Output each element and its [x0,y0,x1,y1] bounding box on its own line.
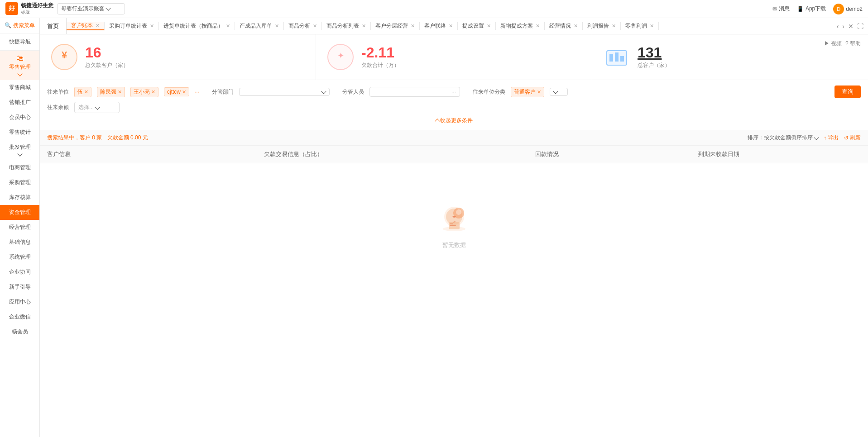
marketing-label: 营销推广 [9,99,31,106]
help-btn[interactable]: ? 帮助 [845,40,861,48]
dept-select[interactable] [239,88,330,96]
filter-tag-wang-close[interactable]: ✕ [151,89,155,95]
sidebar-item-wholesale[interactable]: 批发管理 [0,140,39,160]
sidebar-quick-nav[interactable]: 快捷导航 [0,33,39,51]
tab-close-3[interactable]: ✕ [275,23,279,29]
filter-tag-normal-close[interactable]: ✕ [537,89,541,95]
collapse-button[interactable]: 收起更多条件 [436,117,473,124]
filter-tag-cjttcw-close[interactable]: ✕ [182,89,186,95]
tab-close-4[interactable]: ✕ [313,23,317,29]
sidebar-item-member[interactable]: 会员中心 [0,110,39,125]
tab-prev-btn[interactable]: ‹ [836,22,840,31]
tab-product-analysis-list[interactable]: 商品分析列表 ✕ [322,22,371,30]
export-button[interactable]: ↑ 导出 [824,134,839,142]
tab-fullscreen-btn[interactable]: ⛶ [856,22,864,31]
filter-more-tags[interactable]: ··· [195,89,199,95]
messages-btn[interactable]: ✉ 消息 [772,5,790,13]
person-filter-label: 分管人员 [342,88,364,96]
tab-commission-settings[interactable]: 提成设置 ✕ [458,22,496,30]
sidebar-item-newbie[interactable]: 新手引导 [0,280,39,294]
sidebar-item-stock[interactable]: 库存核算 [0,190,39,205]
sidebar-item-marketing[interactable]: 营销推广 [0,95,39,110]
balance-filter-label: 往来余额 [47,104,69,111]
sidebar-item-system[interactable]: 系统管理 [0,250,39,265]
app-download-btn[interactable]: 📱 App下载 [797,5,826,13]
refresh-button[interactable]: ↺ 刷新 [844,134,861,142]
user-menu[interactable]: D demo2 [833,4,863,14]
sidebar-item-finance[interactable]: 资金管理 [0,205,39,220]
purchase-label: 采购管理 [9,179,31,186]
tab-label-5: 商品分析列表 [326,22,359,30]
tab-close-8[interactable]: ✕ [487,23,491,29]
sidebar-item-member2[interactable]: 畅会员 [0,324,39,339]
result-summary: 搜索结果中，客户 0 家 欠款金额 0.00 元 [47,134,148,142]
tab-business[interactable]: 经营情况 ✕ [545,22,583,30]
tab-close-5[interactable]: ✕ [362,23,366,29]
video-btn[interactable]: ▶ 视频 [824,40,842,48]
retail-label: 零售管理 [9,63,31,71]
svg-rect-6 [615,52,619,62]
tab-close-0[interactable]: ✕ [96,23,100,28]
tab-customer-contact[interactable]: 客户联络 ✕ [420,22,458,30]
sidebar-search[interactable]: 🔍 搜索菜单 [0,18,39,33]
tab-new-commission[interactable]: 新增提成方案 ✕ [496,22,545,30]
tab-home[interactable]: 首页 [40,18,67,34]
avatar: D [833,4,844,14]
sort-selector[interactable]: 排序：按欠款金额倒序排序 [748,134,818,142]
tab-profit-report[interactable]: 利润报告 ✕ [583,22,621,30]
filter-tag-chen-close[interactable]: ✕ [118,89,122,95]
top-bar: 好 畅捷通好生意 标版 母婴行业演示账套 ✉ 消息 📱 App下载 D demo… [0,0,868,18]
stat-label-2: 欠款合计（万） [361,62,399,69]
tab-close-12[interactable]: ✕ [650,23,654,29]
message-icon: ✉ [772,6,777,12]
unit-type-select[interactable] [550,88,568,96]
quick-nav-label: 快捷导航 [9,38,31,45]
tab-close-10[interactable]: ✕ [574,23,578,29]
tab-purchase-order[interactable]: 采购订单统计表 ✕ [105,22,159,30]
sidebar-item-apps[interactable]: 应用中心 [0,294,39,309]
tab-retail-profit[interactable]: 零售利润 ✕ [621,22,659,30]
balance-select[interactable]: 选择... [74,102,120,113]
sidebar-item-retail[interactable]: 🛍 零售管理 [0,51,39,80]
tab-next-btn[interactable]: › [841,22,845,31]
stat-info-2: -2.11 欠款合计（万） [361,45,399,69]
tab-close-1[interactable]: ✕ [150,23,154,29]
tab-customer-layer[interactable]: 客户分层经营 ✕ [371,22,420,30]
sidebar-item-wechat[interactable]: 企业微信 [0,309,39,324]
org-selector[interactable]: 母婴行业演示账套 [57,3,125,14]
quick-nav-item[interactable]: 快捷导航 [0,35,39,48]
ecom-label: 电商管理 [9,164,31,171]
sidebar-item-ops[interactable]: 经营管理 [0,220,39,235]
tab-close-9[interactable]: ✕ [536,23,540,29]
sidebar-item-purchase[interactable]: 采购管理 [0,175,39,190]
tab-close-11[interactable]: ✕ [612,23,616,29]
top-bar-left: 好 畅捷通好生意 标版 母婴行业演示账套 [5,2,125,15]
tab-close-6[interactable]: ✕ [411,23,415,29]
sidebar-item-basic[interactable]: 基础信息 [0,235,39,250]
query-button[interactable]: 查询 [834,86,861,98]
filter-tag-wang: 王小亮 ✕ [130,87,158,97]
tab-label-1: 采购订单统计表 [109,22,147,30]
tab-close-2[interactable]: ✕ [226,23,230,29]
col-header-4: 到期未收款日期 [698,150,861,158]
sidebar-item-corp[interactable]: 企业协同 [0,265,39,280]
tab-label-6: 客户分层经营 [375,22,408,30]
filter-tag-wu: 伍 ✕ [74,87,91,97]
sidebar-item-shop[interactable]: 零售商城 [0,80,39,95]
tab-close-7[interactable]: ✕ [449,23,453,29]
person-select[interactable]: ··· [369,87,460,97]
filter-tag-wu-close[interactable]: ✕ [84,89,88,95]
stock-label: 库存核算 [9,194,31,201]
top-bar-right: ✉ 消息 📱 App下载 D demo2 [772,4,863,14]
tab-customer-ledger[interactable]: 客户账本 ✕ [67,22,105,30]
retail-stats-label: 零售统计 [9,128,31,136]
tab-product-stock[interactable]: 产成品入库单 ✕ [235,22,284,30]
stat-icon-3 [603,43,630,71]
tab-label-3: 产成品入库单 [240,22,272,30]
tab-product-analysis[interactable]: 商品分析 ✕ [284,22,322,30]
sidebar-item-ecom[interactable]: 电商管理 [0,160,39,175]
tab-stock-stats[interactable]: 进货单统计表（按商品） ✕ [159,22,235,30]
tab-label-10: 经营情况 [549,22,571,30]
sidebar-item-retail-stats[interactable]: 零售统计 [0,125,39,140]
tab-close-all-btn[interactable]: ✕ [847,22,854,31]
